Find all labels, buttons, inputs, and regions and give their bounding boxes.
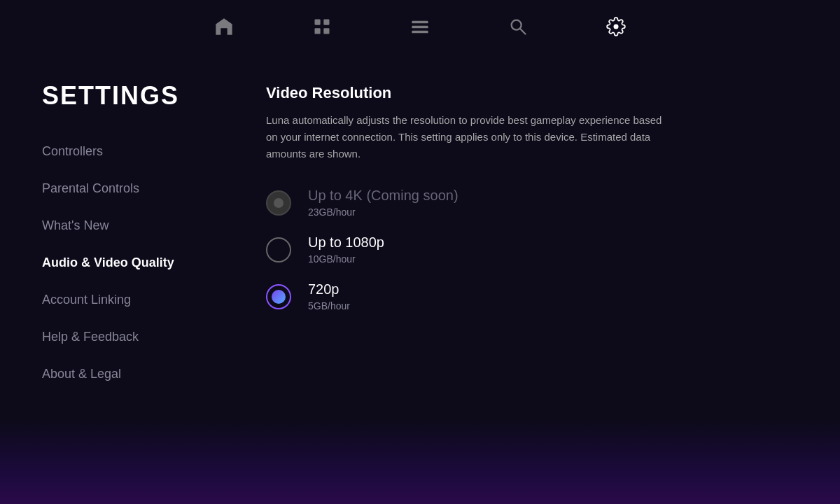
settings-title: SETTINGS	[42, 81, 238, 111]
resolution-option-4k[interactable]: Up to 4K (Coming soon) 23GB/hour	[266, 188, 798, 218]
section-title: Video Resolution	[266, 84, 798, 102]
sidebar-item-whats-new[interactable]: What's New	[42, 207, 238, 244]
radio-title-1080p: Up to 1080p	[308, 234, 384, 251]
section-description: Luna automatically adjusts the resolutio…	[266, 112, 672, 162]
sidebar-item-account-linking[interactable]: Account Linking	[42, 281, 238, 318]
radio-label-720p: 720p 5GB/hour	[308, 281, 350, 312]
radio-label-4k: Up to 4K (Coming soon) 23GB/hour	[308, 188, 458, 218]
svg-point-7	[512, 20, 522, 30]
svg-line-8	[521, 29, 526, 34]
resolution-option-720p[interactable]: 720p 5GB/hour	[266, 281, 798, 312]
resolution-options: Up to 4K (Coming soon) 23GB/hour Up to 1…	[266, 188, 798, 312]
radio-720p	[266, 284, 291, 309]
library-nav-icon[interactable]	[406, 13, 434, 41]
sidebar-nav: Controllers Parental Controls What's New…	[42, 133, 238, 393]
svg-rect-4	[412, 21, 428, 23]
search-nav-icon[interactable]	[504, 13, 532, 41]
radio-4k	[266, 190, 291, 216]
radio-title-720p: 720p	[308, 281, 350, 298]
main-content: SETTINGS Controllers Parental Controls W…	[0, 53, 840, 421]
radio-title-4k: Up to 4K (Coming soon)	[308, 188, 458, 204]
svg-rect-6	[412, 31, 428, 34]
settings-nav-icon[interactable]	[602, 13, 630, 41]
content-panel: Video Resolution Luna automatically adju…	[266, 81, 798, 393]
radio-subtitle-1080p: 10GB/hour	[308, 253, 384, 265]
radio-1080p	[266, 237, 291, 262]
top-navigation	[0, 0, 840, 53]
home-nav-icon[interactable]	[210, 13, 238, 41]
grid-nav-icon[interactable]	[308, 13, 336, 41]
svg-rect-2	[315, 28, 321, 34]
sidebar-item-controllers[interactable]: Controllers	[42, 133, 238, 170]
svg-rect-5	[412, 26, 428, 29]
svg-rect-0	[315, 20, 321, 25]
sidebar: SETTINGS Controllers Parental Controls W…	[42, 81, 238, 393]
sidebar-item-parental-controls[interactable]: Parental Controls	[42, 170, 238, 207]
radio-subtitle-720p: 5GB/hour	[308, 300, 350, 312]
sidebar-item-about-legal[interactable]: About & Legal	[42, 356, 238, 393]
svg-rect-1	[323, 20, 329, 25]
resolution-option-1080p[interactable]: Up to 1080p 10GB/hour	[266, 234, 798, 265]
sidebar-item-help-feedback[interactable]: Help & Feedback	[42, 318, 238, 356]
sidebar-item-audio-video[interactable]: Audio & Video Quality	[42, 244, 238, 281]
radio-label-1080p: Up to 1080p 10GB/hour	[308, 234, 384, 265]
radio-subtitle-4k: 23GB/hour	[308, 206, 458, 218]
svg-rect-3	[323, 28, 329, 34]
